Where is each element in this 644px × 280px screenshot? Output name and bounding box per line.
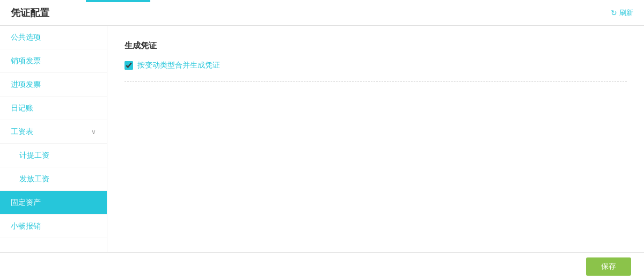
sidebar-item-payroll-table[interactable]: 工资表 ∨ [0,120,107,144]
page-title: 凭证配置 [11,6,49,19]
merge-by-type-checkbox[interactable] [125,61,133,70]
sidebar-item-label: 计提工资 [19,151,49,160]
sidebar-item-label: 发放工资 [19,174,49,184]
refresh-label: 刷新 [619,8,633,18]
page-container: 凭证配置 ↻ 刷新 公共选项 销项发票 进项发票 日记账 工资表 ∨ [0,0,644,280]
header: 凭证配置 ↻ 刷新 [0,0,644,26]
sidebar-item-journal[interactable]: 日记账 [0,97,107,120]
sidebar: 公共选项 销项发票 进项发票 日记账 工资表 ∨ 计提工资 发放工资 固定资 [0,26,107,252]
checkbox-label[interactable]: 按变动类型合并生成凭证 [137,61,220,70]
chevron-down-icon: ∨ [91,128,96,136]
sidebar-item-sales-invoice[interactable]: 销项发票 [0,49,107,73]
refresh-icon: ↻ [611,9,617,17]
sidebar-item-label: 日记账 [11,104,33,113]
top-nav-hint [86,0,150,2]
footer: 保存 [0,252,644,280]
sidebar-item-public-options[interactable]: 公共选项 [0,26,107,49]
refresh-button[interactable]: ↻ 刷新 [611,8,633,18]
section-divider [125,81,627,82]
sidebar-item-label: 工资表 [11,127,33,137]
sidebar-item-label: 销项发票 [11,56,41,66]
sidebar-item-label: 小畅报销 [11,222,41,231]
sidebar-item-label: 公共选项 [11,33,41,42]
main-layout: 公共选项 销项发票 进项发票 日记账 工资表 ∨ 计提工资 发放工资 固定资 [0,26,644,252]
sidebar-item-label: 固定资产 [11,198,41,208]
checkbox-row: 按变动类型合并生成凭证 [125,61,627,70]
save-button[interactable]: 保存 [586,257,631,276]
sidebar-item-purchase-invoice[interactable]: 进项发票 [0,73,107,97]
sidebar-item-accrual-payroll[interactable]: 计提工资 [0,144,107,167]
sidebar-item-distribute-payroll[interactable]: 发放工资 [0,167,107,191]
content-area: 生成凭证 按变动类型合并生成凭证 [107,26,644,252]
sidebar-item-fixed-assets[interactable]: 固定资产 [0,191,107,215]
sidebar-item-label: 进项发票 [11,80,41,90]
sidebar-item-expense-report[interactable]: 小畅报销 [0,215,107,238]
section-title: 生成凭证 [125,41,627,51]
